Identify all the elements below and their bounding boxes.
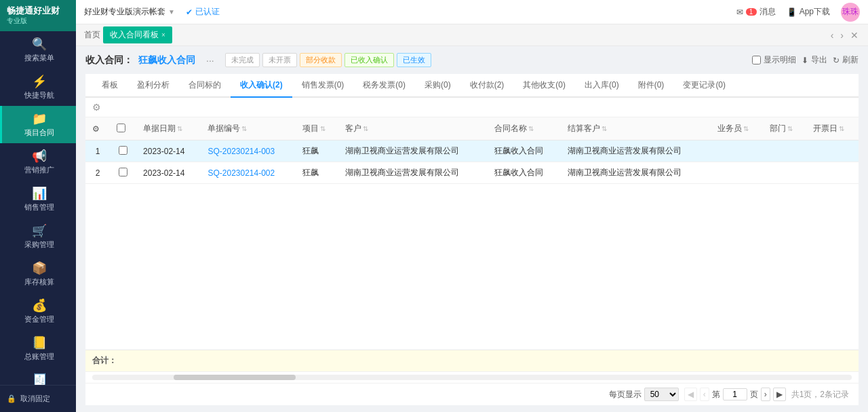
sub-tab-attachment[interactable]: 附件(0) [629, 74, 674, 98]
status-badge-not-invoiced[interactable]: 未开票 [262, 53, 297, 67]
logo-text: 畅捷通好业财 [7, 5, 60, 16]
row-open-date-1 [806, 141, 859, 162]
page-navigation: ◀ ‹ 第 页 › ▶ [684, 388, 786, 401]
certified-check-icon: ✔ [186, 7, 193, 17]
table-container: ⚙ ⚙单据日期⇅单据编号⇅项目⇅客户⇅合同名称⇅结算客户⇅业务员⇅部门⇅开票日⇅… [85, 98, 859, 405]
row-link-2[interactable]: SQ-20230214-002 [208, 168, 275, 178]
sidebar-item-purchase[interactable]: 🛒 采购管理 [0, 218, 76, 255]
home-tab[interactable]: 首页 [84, 29, 100, 41]
sidebar-item-inventory[interactable]: 📦 库存核算 [0, 255, 76, 293]
sub-tab-warehouse[interactable]: 出入库(0) [575, 74, 629, 98]
sidebar-label-nav: 快捷导航 [24, 90, 54, 100]
row-checkbox-1[interactable] [110, 141, 136, 162]
table-row[interactable]: 2 2023-02-14 SQ-20230214-002 狂飙 湖南卫视商业运营… [85, 162, 859, 184]
sub-tab-sales-invoice[interactable]: 销售发票(0) [292, 74, 354, 98]
show-details-input[interactable] [752, 56, 761, 64]
user-avatar[interactable]: 珠珠 [841, 3, 860, 22]
content-area: 收入合同： 狂飙收入合同 ··· 未完成未开票部分收款已收入确认已生效 显示明细… [76, 46, 868, 412]
sidebar-item-nav[interactable]: ⚡ 快捷导航 [0, 69, 76, 106]
contract-prefix: 收入合同： [85, 54, 133, 67]
row-department-1 [763, 141, 806, 162]
col-header-open_date[interactable]: 开票日⇅ [806, 117, 859, 141]
tab-next-icon[interactable]: › [839, 29, 845, 42]
row-salesperson-1 [711, 141, 763, 162]
show-details-checkbox[interactable]: 显示明细 [752, 54, 796, 66]
sub-tab-tax-invoice[interactable]: 税务发票(0) [353, 74, 415, 98]
company-selector[interactable]: 好业财专业版演示帐套 ▼ [84, 6, 175, 18]
row-number-2[interactable]: SQ-20230214-002 [201, 162, 295, 184]
select-all-checkbox[interactable] [117, 124, 125, 132]
sub-tab-changes[interactable]: 变更记录(0) [673, 74, 735, 98]
tab-close-icon[interactable]: ✕ [849, 29, 860, 42]
sidebar-item-sales[interactable]: 📊 销售管理 [0, 181, 76, 218]
col-header-final_customer[interactable]: 结算客户⇅ [561, 117, 710, 141]
sort-icon-salesperson: ⇅ [743, 125, 749, 132]
sort-icon-number: ⇅ [241, 125, 247, 132]
sub-tab-payment[interactable]: 收付款(2) [460, 74, 514, 98]
certified-badge: ✔ 已认证 [186, 6, 220, 18]
per-page-select[interactable]: 50 100 200 [644, 388, 679, 401]
message-button[interactable]: ✉ 1 消息 [736, 6, 776, 18]
col-header-salesperson[interactable]: 业务员⇅ [711, 117, 763, 141]
sidebar-icon-nav: ⚡ [32, 74, 47, 89]
sub-tab-profit[interactable]: 盈利分析 [127, 74, 179, 98]
page-input[interactable] [723, 388, 747, 400]
col-header-number[interactable]: 单据编号⇅ [201, 117, 295, 141]
sidebar-label-project: 项目合同 [24, 128, 54, 138]
row-customer-1: 湖南卫视商业运营发展有限公司 [338, 141, 488, 162]
col-header-customer[interactable]: 客户⇅ [338, 117, 488, 141]
sidebar-item-general[interactable]: 📒 总账管理 [0, 330, 76, 367]
contract-more-button[interactable]: ··· [206, 55, 214, 66]
settings-icon[interactable]: ⚙ [92, 102, 101, 113]
row-number-1[interactable]: SQ-20230214-003 [201, 141, 295, 162]
col-header-date[interactable]: 单据日期⇅ [136, 117, 201, 141]
status-badge-incomplete[interactable]: 未完成 [225, 53, 260, 67]
last-page-button[interactable]: ▶ [773, 388, 786, 401]
prev-page-button[interactable]: ‹ [700, 388, 709, 401]
col-header-contract_name[interactable]: 合同名称⇅ [488, 117, 561, 141]
row-seq-1: 1 [85, 141, 110, 162]
settings-col-icon[interactable]: ⚙ [92, 124, 100, 134]
sidebar-item-project[interactable]: 📁 项目合同 [0, 106, 76, 143]
sidebar-lock-item[interactable]: 🔒 取消固定 [0, 390, 76, 408]
sub-tab-kanban[interactable]: 看板 [92, 74, 127, 98]
contract-actions: 显示明细 ⬇ 导出 ↻ 刷新 [752, 54, 859, 66]
per-page-selector: 每页显示 50 100 200 [609, 388, 679, 401]
sidebar-icon-invoice: 🧾 [32, 373, 47, 385]
col-header-department[interactable]: 部门⇅ [763, 117, 806, 141]
sub-tab-standard[interactable]: 合同标的 [179, 74, 231, 98]
scroll-track[interactable] [92, 375, 852, 380]
table-toolbar: ⚙ [85, 98, 859, 117]
sort-icon-customer: ⇅ [363, 125, 368, 132]
sub-tab-confirm[interactable]: 收入确认(2) [231, 74, 292, 98]
row-checkbox-2[interactable] [110, 162, 136, 184]
active-tab[interactable]: 收入合同看板 × [103, 26, 172, 43]
lock-icon: 🔒 [7, 394, 16, 403]
contract-name: 狂飙收入合同 [138, 54, 195, 67]
row-link-1[interactable]: SQ-20230214-003 [208, 147, 275, 156]
row-check-2[interactable] [119, 168, 127, 176]
sub-tab-purchase[interactable]: 采购(0) [415, 74, 460, 98]
app-download-button[interactable]: 📱 App下载 [787, 6, 830, 18]
sidebar-item-marketing[interactable]: 📢 营销推广 [0, 143, 76, 181]
next-page-button[interactable]: › [761, 388, 770, 401]
status-badge-partial[interactable]: 部分收款 [300, 53, 342, 67]
topbar: 好业财专业版演示帐套 ▼ ✔ 已认证 ✉ 1 消息 📱 App下载 珠珠 [76, 0, 868, 24]
row-check-1[interactable] [119, 146, 127, 155]
status-badge-effective[interactable]: 已生效 [397, 53, 431, 67]
table-row[interactable]: 1 2023-02-14 SQ-20230214-003 狂飙 湖南卫视商业运营… [85, 141, 859, 162]
status-badge-confirmed[interactable]: 已收入确认 [344, 53, 394, 67]
sub-tab-other-income[interactable]: 其他收支(0) [513, 74, 575, 98]
scroll-thumb[interactable] [174, 375, 296, 380]
col-header-project[interactable]: 项目⇅ [296, 117, 338, 141]
sort-icon-contract_name: ⇅ [528, 125, 534, 132]
export-button[interactable]: ⬇ 导出 [802, 54, 827, 66]
sidebar-item-search[interactable]: 🔍 搜索菜单 [0, 31, 76, 69]
tab-close-button[interactable]: × [161, 31, 165, 39]
refresh-button[interactable]: ↻ 刷新 [833, 54, 859, 66]
tab-prev-icon[interactable]: ‹ [829, 29, 835, 42]
sidebar-item-finance[interactable]: 💰 资金管理 [0, 293, 76, 330]
sidebar-item-invoice[interactable]: 🧾 发票管理 [0, 367, 76, 385]
first-page-button[interactable]: ◀ [684, 388, 697, 401]
table-scroll[interactable]: ⚙单据日期⇅单据编号⇅项目⇅客户⇅合同名称⇅结算客户⇅业务员⇅部门⇅开票日⇅ 1… [85, 117, 859, 350]
